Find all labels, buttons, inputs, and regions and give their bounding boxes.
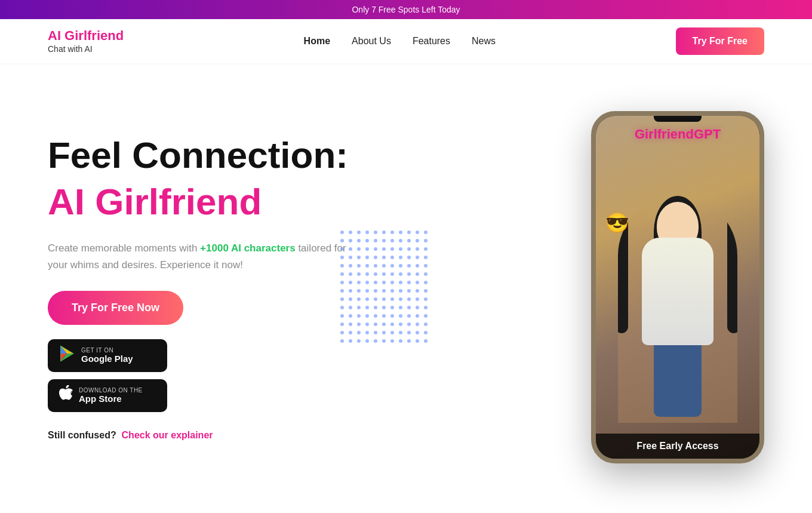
dot [382,289,386,293]
dot [424,289,427,293]
dot [416,281,419,284]
dot [349,231,352,234]
dot [399,314,402,318]
dot [357,272,361,276]
dot [357,331,361,334]
dot [424,231,427,234]
hero-title-line1: Feel Connection: [48,135,358,176]
google-play-icon [59,345,75,366]
dot [382,306,386,309]
dot [390,231,394,234]
dot [340,264,344,268]
dot [382,264,386,268]
dot [357,297,361,301]
confused-section: Still confused? Check our explainer [48,430,358,441]
dot [416,297,419,301]
app-store-top: Download on the [79,387,143,394]
dot [390,272,394,276]
dot [382,272,386,276]
dot [374,231,377,234]
dot [407,272,411,276]
app-store-button[interactable]: Download on the App Store [48,379,167,412]
dot [407,239,411,242]
dot [424,239,427,242]
dot [424,322,427,326]
dot [407,339,411,343]
dot [382,256,386,259]
dot [374,239,377,242]
dot [349,264,352,268]
dot [399,272,402,276]
dot [357,322,361,326]
dot [340,331,344,334]
dot [365,322,369,326]
dot [365,297,369,301]
dot [374,306,377,309]
dot [416,331,419,334]
dot [349,247,352,251]
dot [399,281,402,284]
dot [357,314,361,318]
phone-notch [654,116,702,122]
dot [382,331,386,334]
hero-cta-button[interactable]: Try For Free Now [48,291,183,325]
dot [390,239,394,242]
dot [399,331,402,334]
dot [349,306,352,309]
announcement-banner: Only 7 Free Spots Left Today [0,0,812,19]
dot [390,331,394,334]
dot [407,231,411,234]
dot [407,314,411,318]
dot [390,247,394,251]
phone-app-title: GirlfriendGPT [596,127,759,142]
google-play-top: GET IT ON [81,347,133,354]
dot [416,339,419,343]
dot [382,297,386,301]
phone-mockup: GirlfriendGPT 😎 [591,111,764,463]
dot [340,256,344,259]
dot [382,314,386,318]
dot [365,289,369,293]
dot [374,331,377,334]
dot [365,239,369,242]
phone-emoji: 😎 [605,211,629,234]
explainer-link[interactable]: Check our explainer [122,430,213,440]
dot [424,306,427,309]
nav-about[interactable]: About Us [352,36,391,47]
hero-desc-highlight: +1000 AI characters [200,242,296,254]
dot [340,306,344,309]
google-play-button[interactable]: GET IT ON Google Play [48,339,167,372]
dot [365,331,369,334]
dot [390,256,394,259]
header-try-button[interactable]: Try For Free [676,27,764,55]
dot [349,322,352,326]
dot [399,289,402,293]
dot [340,247,344,251]
dot [416,272,419,276]
dot [374,272,377,276]
dot [340,231,344,234]
dot [382,339,386,343]
dot [390,297,394,301]
dot [407,289,411,293]
dot [424,281,427,284]
store-buttons: GET IT ON Google Play Download on the Ap… [48,339,358,412]
dot [382,231,386,234]
main-nav: Home About Us Features News [304,36,496,47]
hero-description: Create memorable moments with +1000 AI c… [48,240,358,272]
nav-home[interactable]: Home [304,36,330,47]
dot [357,231,361,234]
phone-frame: GirlfriendGPT 😎 [591,111,764,463]
dot [340,314,344,318]
app-store-main: App Store [79,394,143,404]
nav-news[interactable]: News [472,36,496,47]
dot [382,239,386,242]
dot [390,314,394,318]
nav-features[interactable]: Features [413,36,450,47]
dot [374,281,377,284]
dot [349,281,352,284]
dot [357,247,361,251]
dot [407,331,411,334]
avatar-hair-right [727,214,737,333]
dot [357,306,361,309]
